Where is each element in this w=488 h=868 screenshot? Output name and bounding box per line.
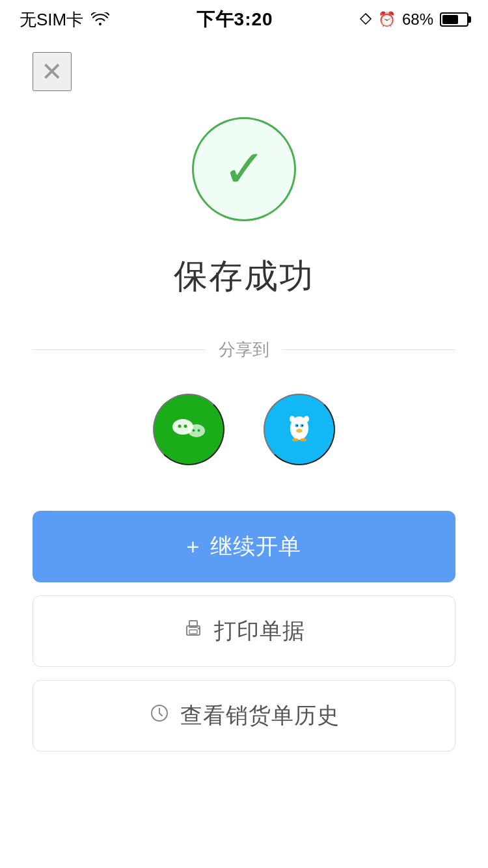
print-icon — [183, 618, 204, 644]
battery-percent: 68% — [402, 10, 433, 29]
share-label: 分享到 — [219, 338, 269, 361]
continue-label: 继续开单 — [210, 532, 301, 562]
status-right: ⏰ 68% — [360, 10, 468, 29]
qq-icon — [280, 410, 319, 449]
share-section: 分享到 — [33, 338, 455, 361]
print-button[interactable]: 打印单据 — [33, 595, 455, 667]
svg-point-2 — [178, 424, 181, 427]
svg-point-3 — [183, 424, 187, 427]
continue-button[interactable]: + 继续开单 — [33, 511, 455, 582]
checkmark-icon: ✓ — [223, 143, 266, 195]
share-icons — [153, 394, 335, 465]
status-time: 下午3:20 — [197, 7, 273, 32]
status-bar: 无SIM卡 下午3:20 ⏰ 68% — [0, 0, 488, 39]
divider-right — [282, 349, 455, 350]
close-icon: ✕ — [41, 59, 63, 85]
svg-point-13 — [296, 429, 303, 433]
svg-point-1 — [188, 424, 205, 437]
svg-point-5 — [197, 429, 200, 431]
action-buttons: + 继续开单 打印单据 查看销货单历史 — [33, 511, 455, 752]
wechat-icon — [168, 409, 210, 451]
plus-icon: + — [187, 534, 200, 560]
svg-point-16 — [290, 416, 295, 422]
carrier-label: 无SIM卡 — [20, 8, 83, 31]
svg-rect-20 — [189, 630, 197, 634]
svg-point-4 — [192, 429, 195, 431]
print-label: 打印单据 — [214, 616, 305, 646]
battery-icon — [440, 12, 468, 27]
qq-share-button[interactable] — [264, 394, 335, 465]
divider-left — [33, 349, 206, 350]
history-icon — [149, 703, 170, 729]
wifi-icon — [91, 10, 109, 30]
svg-point-12 — [302, 425, 303, 426]
history-label: 查看销货单历史 — [180, 701, 340, 731]
main-content: ✕ ✓ 保存成功 分享到 — [0, 39, 488, 752]
svg-point-21 — [198, 628, 200, 630]
wechat-share-button[interactable] — [153, 394, 224, 465]
status-left: 无SIM卡 — [20, 8, 109, 31]
history-button[interactable]: 查看销货单历史 — [33, 680, 455, 752]
location-icon — [360, 10, 372, 29]
svg-point-14 — [292, 439, 299, 442]
close-button[interactable]: ✕ — [33, 52, 72, 91]
svg-point-11 — [297, 425, 298, 426]
alarm-icon: ⏰ — [378, 11, 396, 28]
svg-point-17 — [304, 416, 309, 422]
success-icon-circle: ✓ — [192, 117, 296, 221]
success-title: 保存成功 — [174, 254, 314, 299]
svg-point-15 — [300, 439, 306, 442]
